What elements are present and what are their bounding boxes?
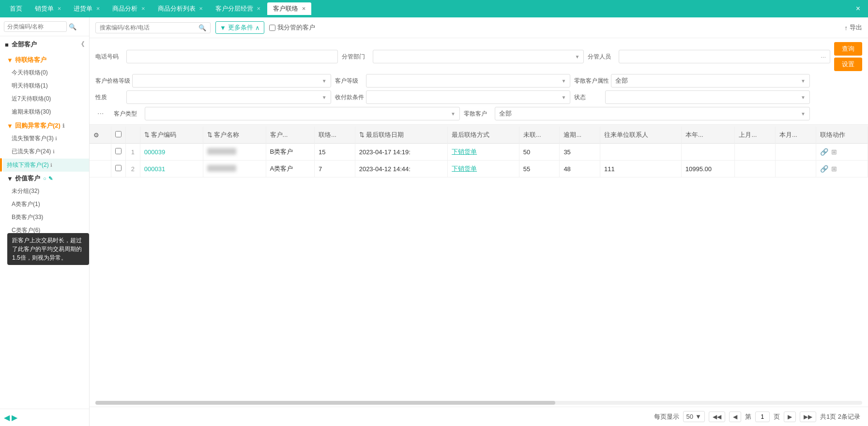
- close-product-analysis-icon[interactable]: ×: [141, 5, 145, 12]
- person-select[interactable]: ···: [619, 50, 830, 63]
- page-size-select[interactable]: 50 ▼: [683, 411, 705, 422]
- row1-grid-icon[interactable]: ⊞: [831, 148, 837, 156]
- tab-home[interactable]: 首页: [4, 2, 28, 15]
- close-purchase-order-icon[interactable]: ×: [96, 5, 100, 12]
- close-product-analysis-list-icon[interactable]: ×: [199, 5, 203, 12]
- page-end-label: 页: [774, 412, 780, 421]
- row1-select-checkbox[interactable]: [115, 148, 122, 154]
- sidebar-section-value-customers[interactable]: ▼ 价值客户 ○ ✎: [0, 172, 89, 185]
- zero-attr-select[interactable]: 全部 ▼: [611, 74, 810, 88]
- payment-select[interactable]: ▼: [366, 90, 571, 104]
- sidebar-section-pending[interactable]: ▼ 待联络客户: [0, 53, 89, 66]
- sidebar-item-declining[interactable]: 持续下滑客户(2) ℹ: [3, 159, 89, 172]
- close-sales-order-icon[interactable]: ×: [58, 5, 61, 12]
- sidebar-search-input[interactable]: [4, 21, 67, 32]
- repurchase-info-icon[interactable]: ℹ: [62, 123, 64, 129]
- row1-method-link[interactable]: 下销货单: [452, 148, 477, 155]
- row1-code[interactable]: 000039: [140, 144, 203, 161]
- settings-col-header[interactable]: ⚙: [90, 127, 111, 144]
- row2-link-icon[interactable]: 🔗: [820, 165, 828, 173]
- sidebar-item-7day-pending[interactable]: 近7天待联络(0): [0, 92, 89, 105]
- my-customers-checkbox-area[interactable]: 我分管的客户: [269, 23, 315, 32]
- sidebar-item-class-b[interactable]: B类客户(33): [0, 211, 89, 224]
- sidebar: 🔍 ■ 全部客户 《 ▼ 待联络客户 今天待联络(0) 明天待联络(1) 近7天…: [0, 17, 90, 426]
- export-button[interactable]: ↑ 导出: [845, 23, 863, 32]
- last-page-button[interactable]: ▶▶: [800, 411, 816, 422]
- row2-action-icons: 🔗 ⊞: [820, 165, 864, 173]
- price-grade-select[interactable]: ▼: [132, 74, 331, 88]
- phone-input[interactable]: [126, 50, 338, 63]
- customer-type-select[interactable]: ▼: [145, 107, 460, 120]
- scroll-track[interactable]: [95, 401, 862, 405]
- person-dots[interactable]: ···: [821, 53, 826, 60]
- select-all-checkbox[interactable]: [115, 131, 122, 137]
- first-page-button[interactable]: ◀◀: [709, 411, 725, 422]
- code-col-header[interactable]: ⇅ 客户编码: [140, 127, 203, 144]
- name-col-header[interactable]: ⇅ 客户名称: [203, 127, 266, 144]
- table-settings-icon[interactable]: ⚙: [93, 132, 99, 139]
- sidebar-item-class-a[interactable]: A类客户(1): [0, 198, 89, 211]
- next-page-button[interactable]: ▶: [784, 411, 796, 422]
- sidebar-item-churned[interactable]: 已流失客户(24) ℹ: [0, 145, 89, 158]
- tab-customer-contact[interactable]: 客户联络 ×: [267, 2, 311, 15]
- horizontal-scrollbar[interactable]: [90, 399, 868, 407]
- tab-sales-order[interactable]: 销货单 ×: [29, 2, 67, 15]
- sidebar-all-customers[interactable]: ■ 全部客户 《: [0, 36, 89, 53]
- row2-this-year: 10995.00: [681, 161, 735, 177]
- zero-customer-select[interactable]: 全部 ▼: [495, 107, 810, 120]
- row1-customer-type: B类客户: [266, 144, 314, 161]
- sidebar-item-ungrouped[interactable]: 未分组(32): [0, 185, 89, 198]
- value-customers-edit-icon[interactable]: ✎: [48, 176, 53, 182]
- sidebar-item-churn-warning[interactable]: 流失预警客户(3) ℹ: [0, 132, 89, 145]
- page-input[interactable]: [755, 411, 770, 422]
- query-button[interactable]: 查询: [834, 42, 862, 56]
- filter-more-dots[interactable]: ···: [95, 109, 106, 118]
- sidebar-item-today-pending[interactable]: 今天待联络(0): [0, 66, 89, 79]
- my-customers-checkbox[interactable]: [269, 25, 275, 31]
- row2-method-link[interactable]: 下销货单: [452, 165, 477, 172]
- row2-code[interactable]: 000031: [140, 161, 203, 177]
- tab-product-analysis[interactable]: 商品分析 ×: [107, 2, 151, 15]
- settings-button[interactable]: 设置: [834, 58, 862, 71]
- row1-num: 1: [125, 144, 140, 161]
- churned-info-icon[interactable]: ℹ: [53, 149, 55, 154]
- scroll-thumb[interactable]: [95, 401, 555, 405]
- close-customer-tier-icon[interactable]: ×: [257, 5, 261, 12]
- status-select[interactable]: ▼: [605, 90, 810, 104]
- sidebar-item-overdue-pending[interactable]: 逾期未联络(30): [0, 105, 89, 118]
- sidebar-item-tomorrow-pending[interactable]: 明天待联络(1): [0, 79, 89, 92]
- sidebar-section-repurchase[interactable]: ▼ 回购异常客户(2) ℹ: [0, 118, 89, 132]
- price-grade-caret-icon: ▼: [322, 78, 327, 84]
- filter-row-3: 性质 ▼ 收付款条件 ▼ 状态 ▼: [95, 90, 862, 104]
- row2-num: 2: [125, 161, 140, 177]
- customer-type-caret-icon: ▼: [451, 111, 456, 117]
- name-sort-icon: ⇅: [207, 131, 213, 138]
- sidebar-collapse-icon[interactable]: 《: [78, 40, 84, 49]
- churn-warning-info-icon[interactable]: ℹ: [55, 136, 57, 141]
- last-contact-date-col-header[interactable]: ⇅ 最后联络日期: [355, 127, 447, 144]
- gender-select[interactable]: ▼: [126, 90, 331, 104]
- sidebar-bottom-right-icon[interactable]: ▶: [12, 413, 17, 422]
- prev-page-button[interactable]: ◀: [729, 411, 741, 422]
- row1-link-icon[interactable]: 🔗: [820, 148, 828, 156]
- row2-overdue: 48: [560, 161, 600, 177]
- num-col-header: [125, 127, 140, 144]
- more-conditions-button[interactable]: ▼ 更多条件 ∧: [215, 21, 264, 34]
- tab-product-analysis-list[interactable]: 商品分析列表 ×: [152, 2, 209, 15]
- sidebar-bottom-left-icon[interactable]: ◀: [4, 413, 10, 422]
- tab-purchase-order[interactable]: 进货单 ×: [68, 2, 106, 15]
- dept-select[interactable]: ▼: [373, 50, 584, 63]
- tab-customer-tier[interactable]: 客户分层经营 ×: [210, 2, 266, 15]
- sidebar-body: ■ 全部客户 《 ▼ 待联络客户 今天待联络(0) 明天待联络(1) 近7天待联…: [0, 36, 89, 409]
- row2-grid-icon[interactable]: ⊞: [831, 165, 837, 173]
- sidebar-search-icon[interactable]: 🔍: [69, 23, 76, 30]
- close-customer-contact-icon[interactable]: ×: [302, 5, 306, 12]
- row2-select-checkbox[interactable]: [115, 165, 122, 171]
- declining-info-icon[interactable]: ℹ: [50, 162, 52, 168]
- search-input[interactable]: [100, 24, 197, 31]
- search-icon[interactable]: 🔍: [198, 24, 206, 31]
- customer-grade-select[interactable]: ▼: [366, 74, 571, 88]
- window-close-button[interactable]: ×: [852, 4, 864, 13]
- row1-uncontacted: 50: [519, 144, 560, 161]
- value-customers-circle-icon[interactable]: ○: [43, 176, 46, 182]
